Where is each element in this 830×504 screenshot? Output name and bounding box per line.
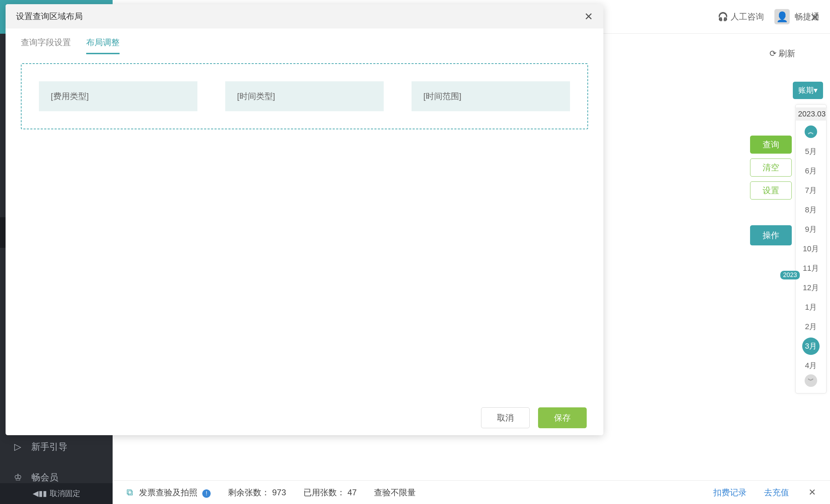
info-icon[interactable]: ! [202, 489, 211, 498]
save-button[interactable]: 保存 [538, 407, 587, 428]
period-panel: 2023.03 ︽ 5月6月7月8月9月10月11月12月1月2月3月4月 20… [795, 104, 827, 393]
month-item[interactable]: 1月 [802, 299, 820, 316]
month-item[interactable]: 5月 [802, 143, 820, 160]
refresh-label: 刷新 [779, 48, 795, 59]
ops-button[interactable]: 操作 [750, 225, 792, 245]
month-item[interactable]: 11月 [802, 260, 820, 277]
modal-footer: 取消 保存 [6, 400, 603, 435]
headset-icon: 🎧 [718, 12, 728, 21]
tab-query-fields[interactable]: 查询字段设置 [21, 37, 71, 54]
sidebar-icon: ♔ [13, 472, 23, 482]
period-scroll-down[interactable]: ︾ [805, 374, 817, 387]
month-item[interactable]: 8月 [802, 201, 820, 219]
month-item[interactable]: 3月 [802, 338, 820, 355]
clear-button[interactable]: 清空 [750, 158, 792, 177]
sidebar-footer-label: 取消固定 [50, 488, 80, 499]
modal-header: 设置查询区域布局 ✕ [6, 4, 603, 29]
close-icon[interactable]: ✕ [584, 10, 593, 23]
modal-body: 查询字段设置 布局调整 [费用类型] [时间类型] [时间范围] [6, 29, 603, 400]
tab-layout-adjust[interactable]: 布局调整 [86, 37, 120, 54]
remaining-count: 剩余张数： 973 [228, 487, 286, 498]
month-item[interactable]: 2月 [802, 318, 820, 335]
layout-settings-modal: 设置查询区域布局 ✕ 查询字段设置 布局调整 [费用类型] [时间类型] [时间… [6, 4, 603, 435]
modal-title: 设置查询区域布局 [16, 11, 83, 22]
settings-button[interactable]: 设置 [750, 181, 792, 200]
month-item[interactable]: 7月 [802, 182, 820, 199]
month-item[interactable]: 12月 [802, 279, 820, 296]
scan-label: 发票查验及拍照 [139, 488, 197, 497]
pin-icon: ◀▮▮ [33, 489, 47, 498]
close-tab[interactable]: ✕ [810, 10, 820, 24]
month-item[interactable]: 6月 [802, 162, 820, 180]
modal-tabs: 查询字段设置 布局调整 [21, 37, 588, 54]
bottom-bar: ⧉ 发票查验及拍照 ! 剩余张数： 973 已用张数： 47 查验不限量 扣费记… [113, 480, 830, 504]
sidebar-item-label: 畅会员 [31, 471, 58, 483]
month-item[interactable]: 4月 [802, 357, 820, 374]
support-text: 人工咨询 [731, 12, 764, 21]
sidebar-item-13[interactable]: ▷新手引导 [0, 431, 113, 462]
remain-label: 剩余张数： [228, 488, 270, 497]
month-item[interactable]: 9月 [802, 221, 820, 238]
fee-log-link[interactable]: 扣费记录 [713, 487, 747, 498]
period-scroll-up[interactable]: ︽ [805, 125, 817, 138]
sidebar-toggle[interactable]: ◀▮▮ 取消固定 [0, 483, 113, 504]
remain-value: 973 [272, 488, 286, 497]
scan-icon: ⧉ [127, 487, 133, 497]
avatar: 👤 [774, 9, 790, 24]
sidebar-icon: ▷ [13, 441, 23, 452]
used-count: 已用张数： 47 [303, 487, 357, 498]
cancel-button[interactable]: 取消 [481, 407, 530, 428]
unlimited-label: 查验不限量 [374, 487, 416, 498]
right-action-col: 查询 清空 设置 操作 [750, 136, 792, 245]
period-current-pill[interactable]: 2023.03 [795, 107, 827, 121]
support-link[interactable]: 🎧 人工咨询 [718, 11, 764, 22]
used-label: 已用张数： [303, 488, 345, 497]
month-item[interactable]: 10月 [802, 240, 820, 258]
search-button[interactable]: 查询 [750, 136, 792, 154]
recharge-link[interactable]: 去充值 [764, 487, 789, 498]
chip-time-range[interactable]: [时间范围] [412, 81, 570, 111]
chip-time-type[interactable]: [时间类型] [225, 81, 384, 111]
scan-invoice[interactable]: ⧉ 发票查验及拍照 ! [127, 487, 211, 498]
refresh-icon: ⟳ [770, 49, 776, 58]
period-dropdown-button[interactable]: 账期▾ [793, 82, 823, 99]
layout-drop-zone[interactable]: [费用类型] [时间类型] [时间范围] [21, 63, 588, 129]
right-tools: 🎧 人工咨询 👤 畅捷通 [718, 9, 820, 24]
chip-expense-type[interactable]: [费用类型] [39, 81, 197, 111]
refresh-link[interactable]: ⟳ 刷新 [770, 48, 795, 59]
year-badge: 2023 [780, 271, 800, 279]
bottom-close-icon[interactable]: ✕ [808, 487, 816, 498]
used-value: 47 [348, 488, 357, 497]
sidebar-item-label: 新手引导 [31, 441, 67, 453]
